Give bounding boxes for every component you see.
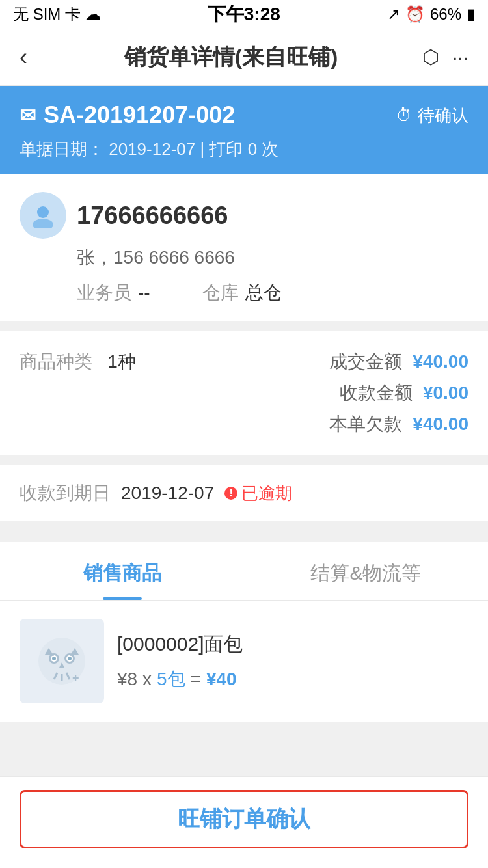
amount-row: 成交金额 ¥40.00 bbox=[329, 349, 468, 374]
equals-sign: = bbox=[191, 669, 201, 690]
received-row: 收款金额 ¥0.00 bbox=[329, 381, 468, 405]
product-unit-price: ¥8 x bbox=[117, 669, 152, 690]
debt-value: ¥40.00 bbox=[413, 414, 468, 435]
page-title: 销货单详情(来自旺铺) bbox=[59, 42, 403, 72]
amount-label: 成交金额 bbox=[329, 349, 402, 374]
bottom-bar: 旺铺订单确认 bbox=[0, 776, 488, 868]
more-icon[interactable]: ··· bbox=[452, 46, 468, 68]
tab-settlement[interactable]: 结算&物流等 bbox=[244, 542, 488, 600]
svg-point-7 bbox=[52, 657, 56, 660]
order-date: 单据日期： 2019-12-07 | 打印 0 次 bbox=[20, 138, 468, 161]
alarm-icon: ⏰ bbox=[405, 5, 425, 23]
product-name: [0000002]面包 bbox=[117, 631, 468, 658]
svg-point-1 bbox=[33, 219, 53, 228]
overdue-dot-icon: ! bbox=[224, 487, 237, 500]
amounts-area: 成交金额 ¥40.00 收款金额 ¥0.00 本单欠款 ¥40.00 bbox=[329, 349, 468, 437]
svg-text:+: + bbox=[72, 671, 79, 685]
share-icon[interactable]: ⬡ bbox=[422, 46, 439, 68]
order-status: ⏱ 待确认 bbox=[396, 104, 468, 127]
status-text: 待确认 bbox=[418, 104, 468, 127]
status-bar: 无 SIM 卡 ☁ 下午3:28 ↗ ⏰ 66% ▮ bbox=[0, 0, 488, 29]
svg-point-0 bbox=[37, 206, 49, 218]
order-id-icon: ✉ bbox=[20, 104, 36, 127]
order-id: ✉ SA-20191207-002 bbox=[20, 102, 235, 129]
overdue-text: 已逾期 bbox=[241, 482, 292, 505]
due-date-value: 2019-12-07 bbox=[121, 483, 214, 504]
tabs-row: 销售商品 结算&物流等 bbox=[0, 542, 488, 600]
avatar bbox=[20, 192, 66, 239]
separator bbox=[0, 532, 488, 542]
salesperson-value: -- bbox=[138, 282, 150, 303]
product-thumbnail: + bbox=[20, 619, 104, 703]
status-time: 下午3:28 bbox=[208, 2, 280, 27]
location-icon: ↗ bbox=[387, 5, 400, 23]
product-qty: 5包 bbox=[157, 667, 185, 692]
debt-row: 本单欠款 ¥40.00 bbox=[329, 412, 468, 437]
due-date-section: 收款到期日 2019-12-07 ! 已逾期 bbox=[0, 465, 488, 521]
due-date-label: 收款到期日 bbox=[20, 481, 111, 506]
sim-status: 无 SIM 卡 ☁ bbox=[13, 4, 101, 25]
customer-name: 张，156 6666 6666 bbox=[77, 245, 468, 270]
tab-underline bbox=[103, 597, 142, 600]
product-type-label: 商品种类 bbox=[20, 351, 92, 372]
customer-phone: 17666666666 bbox=[77, 202, 228, 230]
amount-value: ¥40.00 bbox=[413, 351, 468, 372]
debt-label: 本单欠款 bbox=[329, 412, 402, 437]
nav-bar: ‹ 销货单详情(来自旺铺) ⬡ ··· bbox=[0, 29, 488, 86]
tab-sales-products[interactable]: 销售商品 bbox=[0, 542, 244, 600]
back-button[interactable]: ‹ bbox=[20, 44, 59, 71]
order-id-value: SA-20191207-002 bbox=[44, 102, 235, 129]
order-header: ✉ SA-20191207-002 ⏱ 待确认 单据日期： 2019-12-07… bbox=[0, 86, 488, 174]
salesperson-label: 业务员 bbox=[77, 280, 131, 305]
confirm-order-button[interactable]: 旺铺订单确认 bbox=[20, 790, 468, 848]
product-total: ¥40 bbox=[206, 669, 237, 690]
customer-meta: 业务员 -- 仓库 总仓 bbox=[77, 280, 468, 305]
warehouse-label: 仓库 bbox=[202, 280, 239, 305]
svg-point-8 bbox=[68, 657, 72, 660]
product-info: [0000002]面包 ¥8 x 5包 = ¥40 bbox=[117, 631, 468, 692]
products-section: + [0000002]面包 ¥8 x 5包 = ¥40 bbox=[0, 601, 488, 722]
product-price-row: ¥8 x 5包 = ¥40 bbox=[117, 667, 468, 692]
product-item: + [0000002]面包 ¥8 x 5包 = ¥40 bbox=[0, 601, 488, 722]
received-label: 收款金额 bbox=[340, 381, 413, 405]
battery-icon: ▮ bbox=[467, 5, 475, 23]
summary-section: 商品种类 1种 成交金额 ¥40.00 收款金额 ¥0.00 本单欠款 ¥40.… bbox=[0, 331, 488, 455]
product-type-area: 商品种类 1种 bbox=[20, 349, 136, 374]
tabs-section: 销售商品 结算&物流等 bbox=[0, 542, 488, 601]
customer-section: 17666666666 张，156 6666 6666 业务员 -- 仓库 总仓 bbox=[0, 174, 488, 321]
battery-level: 66% bbox=[430, 5, 461, 23]
overdue-badge: ! 已逾期 bbox=[224, 482, 292, 505]
status-left: 无 SIM 卡 ☁ bbox=[13, 4, 101, 25]
product-type-value: 1种 bbox=[107, 351, 136, 372]
warehouse-value: 总仓 bbox=[245, 280, 282, 305]
received-value: ¥0.00 bbox=[423, 383, 468, 403]
status-right: ↗ ⏰ 66% ▮ bbox=[387, 5, 475, 23]
status-clock-icon: ⏱ bbox=[396, 105, 413, 126]
nav-actions: ⬡ ··· bbox=[403, 46, 468, 68]
